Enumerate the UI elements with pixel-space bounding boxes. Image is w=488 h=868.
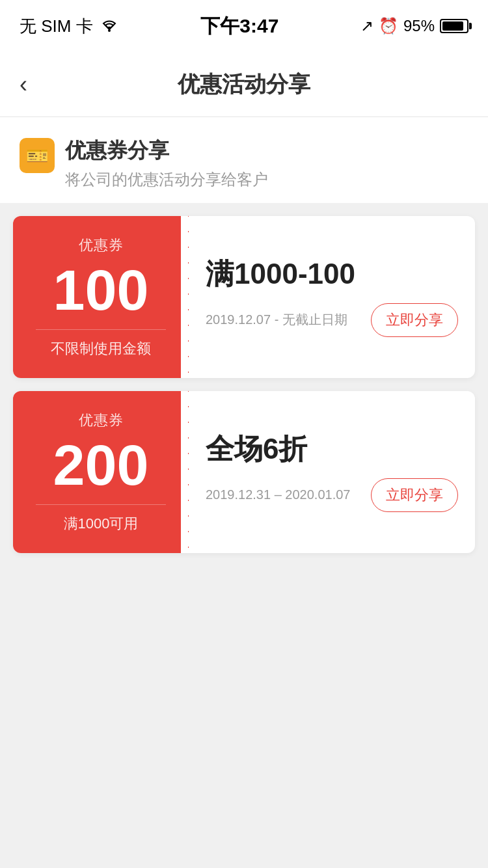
page-title: 优惠活动分享 (178, 70, 310, 100)
status-right: ↗ ⏰ 95% (360, 17, 468, 35)
battery-percent: 95% (403, 17, 435, 35)
coupon-left-1: 优惠券 100 不限制使用金额 (13, 216, 189, 378)
coupon-amount-2: 200 (53, 437, 149, 494)
coupon-condition-1: 不限制使用金额 (51, 339, 151, 359)
coupon-divider-2 (36, 504, 166, 505)
coupon-right-2: 全场6折 2019.12.31 – 2020.01.07 立即分享 (189, 391, 475, 553)
status-bar: 无 SIM 卡 下午3:47 ↗ ⏰ 95% (0, 0, 488, 52)
section-icon: 🎫 (20, 138, 55, 173)
coupon-right-1: 满1000-100 2019.12.07 - 无截止日期 立即分享 (189, 216, 475, 378)
section-title: 优惠券分享 (65, 137, 268, 165)
coupon-date-2: 2019.12.31 – 2020.01.07 (206, 487, 350, 502)
back-button[interactable]: ‹ (20, 71, 27, 98)
share-button-1[interactable]: 立即分享 (371, 303, 458, 337)
svg-point-0 (108, 29, 111, 32)
coupon-condition-2: 满1000可用 (64, 514, 139, 534)
section-subtitle: 将公司的优惠活动分享给客户 (65, 169, 268, 190)
section-header: 🎫 优惠券分享 将公司的优惠活动分享给客户 (0, 117, 488, 203)
coupon-amount-1: 100 (53, 262, 149, 319)
status-time: 下午3:47 (200, 13, 278, 40)
coupon-card-1: 优惠券 100 不限制使用金额 满1000-100 2019.12.07 - 无… (13, 216, 475, 378)
coupon-date-1: 2019.12.07 - 无截止日期 (206, 311, 347, 329)
coupon-card-2: 优惠券 200 满1000可用 全场6折 2019.12.31 – 2020.0… (13, 391, 475, 553)
coupon-left-2: 优惠券 200 满1000可用 (13, 391, 189, 553)
coupon-label-2: 优惠券 (79, 411, 124, 430)
battery-icon (440, 19, 468, 33)
share-button-2[interactable]: 立即分享 (371, 478, 458, 512)
bottom-empty-area (0, 553, 488, 868)
coupon-name-1: 满1000-100 (206, 257, 458, 292)
coupon-name-2: 全场6折 (206, 432, 458, 467)
coupon-meta-1: 2019.12.07 - 无截止日期 立即分享 (206, 303, 458, 337)
alarm-icon: ⏰ (379, 17, 398, 35)
carrier-text: 无 SIM 卡 (20, 15, 93, 38)
coupon-label-1: 优惠券 (79, 236, 124, 255)
coupon-divider-1 (36, 329, 166, 330)
location-icon: ↗ (360, 17, 373, 35)
section-text: 优惠券分享 将公司的优惠活动分享给客户 (65, 137, 268, 190)
coupon-list: 优惠券 100 不限制使用金额 满1000-100 2019.12.07 - 无… (0, 216, 488, 553)
coupon-meta-2: 2019.12.31 – 2020.01.07 立即分享 (206, 478, 458, 512)
status-left: 无 SIM 卡 (20, 15, 119, 38)
nav-bar: ‹ 优惠活动分享 (0, 52, 488, 117)
wifi-icon (100, 16, 119, 36)
